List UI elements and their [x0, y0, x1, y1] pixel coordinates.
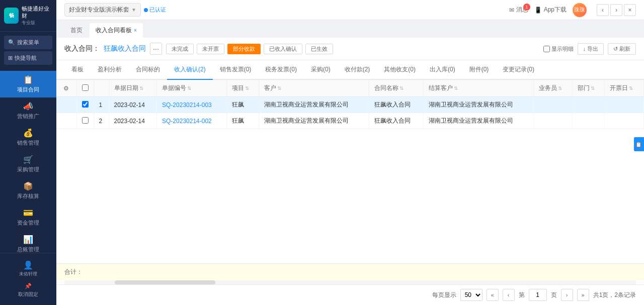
show-detail-checkbox[interactable]	[543, 46, 550, 52]
nav-close-button[interactable]: ×	[624, 4, 636, 16]
col-header-salesperson[interactable]: 业务员⇅	[533, 80, 573, 97]
row-checkbox-2[interactable]	[76, 113, 94, 129]
tab-tax-invoice[interactable]: 税务发票(0)	[258, 60, 304, 79]
first-page-button[interactable]: «	[487, 289, 499, 301]
table-row[interactable]: 2 2023-02-14 SQ-20230214-002 狂飙 湖南卫视商业运营…	[56, 113, 644, 129]
status-not-invoiced[interactable]: 未开票	[197, 44, 224, 54]
row-customer-1: 湖南卫视商业运营发展有限公司	[259, 97, 369, 113]
sales-icon: 💰	[23, 128, 33, 138]
sidebar-item-marketing[interactable]: 📣 营销推广	[0, 97, 56, 124]
quick-nav-button[interactable]: ⊞ 快捷导航	[4, 51, 52, 65]
tab-income-contract[interactable]: 收入合同看板 ×	[90, 23, 143, 38]
sidebar-item-purchase[interactable]: 🛒 采购管理	[0, 151, 56, 177]
row-customer-2: 湖南卫视商业运营发展有限公司	[259, 113, 369, 129]
row-project-2: 狂飙	[226, 113, 259, 129]
row-docno-2[interactable]: SQ-20230214-002	[157, 113, 227, 129]
sort-contract-icon: ⇅	[399, 85, 404, 91]
main-area: 好业财专业版演示帐套 ▼ 已认证 ✉ 消息 1 📱 App下载 珠珠 ‹	[56, 0, 644, 305]
col-header-open-date[interactable]: 开票日⇅	[605, 80, 644, 97]
status-not-complete[interactable]: 未完成	[166, 44, 194, 54]
tab-income-confirm[interactable]: 收入确认(2)	[167, 60, 213, 79]
col-header-project[interactable]: 项目⇅	[226, 80, 259, 97]
pin-icon: 📌	[25, 283, 32, 289]
sidebar-item-general-ledger[interactable]: 📊 总账管理	[0, 231, 56, 253]
col-header-docno[interactable]: 单据编号⇅	[157, 80, 227, 97]
col-header-contract-name[interactable]: 合同名称⇅	[369, 80, 423, 97]
last-page-button[interactable]: »	[577, 289, 589, 301]
next-page-button[interactable]: ›	[561, 289, 573, 301]
refresh-icon: ↺	[613, 46, 618, 52]
sidebar-footer: 👤 未佑轩理 📌 取消固定	[0, 253, 56, 305]
doc-link-2[interactable]: SQ-20230214-002	[162, 118, 212, 125]
tab-kanban[interactable]: 看板	[64, 60, 91, 79]
col-header-settlement[interactable]: 结算客户⇅	[423, 80, 533, 97]
download-icon: 📱	[534, 7, 542, 14]
col-header-date[interactable]: 单据日期⇅	[109, 80, 157, 97]
tab-contract-std[interactable]: 合同标的	[129, 60, 167, 79]
tab-warehouse[interactable]: 出入库(0)	[423, 60, 462, 79]
status-confirmed[interactable]: 已收入确认	[264, 44, 302, 54]
tab-attachments[interactable]: 附件(0)	[462, 60, 496, 79]
row-docno-1[interactable]: SQ-20230214-003	[157, 97, 227, 113]
row-contract-name-1: 狂飙收入合同	[369, 97, 423, 113]
sort-date-icon: ⇅	[139, 85, 143, 91]
sort-docno-icon: ⇅	[187, 85, 191, 91]
sort-dept-icon: ⇅	[591, 85, 595, 91]
data-table: ⚙ 单据日期⇅ 单据编号⇅ 项目⇅ 客户⇅ 合同名称⇅ 结算客户⇅ 业务员⇅ 部…	[56, 80, 644, 129]
status-effective[interactable]: 已生效	[305, 44, 333, 54]
tab-purchase[interactable]: 采购(0)	[304, 60, 338, 79]
user-avatar[interactable]: 珠珠	[573, 3, 587, 17]
page-size-select[interactable]: 50	[460, 289, 482, 301]
refresh-button[interactable]: ↺ 刷新	[608, 43, 636, 55]
col-header-dept[interactable]: 部门⇅	[573, 80, 605, 97]
col-header-checkbox[interactable]	[76, 80, 94, 97]
tab-payment[interactable]: 收付款(2)	[338, 60, 377, 79]
general-ledger-icon: 📊	[23, 235, 33, 244]
total-info: 共1页，2条记录	[593, 291, 636, 299]
col-header-num	[94, 80, 109, 97]
prev-page-button[interactable]: ‹	[503, 289, 515, 301]
search-menu-button[interactable]: 🔍 搜索菜单	[4, 36, 52, 49]
company-selector[interactable]: 好业财专业版演示帐套 ▼	[64, 3, 141, 17]
sidebar-item-funds[interactable]: 💳 资金管理	[0, 204, 56, 231]
tab-profit[interactable]: 盈利分析	[91, 60, 129, 79]
table-header: ⚙ 单据日期⇅ 单据编号⇅ 项目⇅ 客户⇅ 合同名称⇅ 结算客户⇅ 业务员⇅ 部…	[56, 80, 644, 97]
app-download-button[interactable]: 📱 App下载	[534, 6, 567, 14]
sidebar-logo: 畅 畅捷通好业财 专业版	[0, 0, 56, 32]
status-partial-collected[interactable]: 部分收款	[227, 44, 261, 54]
table-row[interactable]: 1 2023-02-14 SQ-20230214-003 狂飙 湖南卫视商业运营…	[56, 97, 644, 113]
scrollbar-thumb[interactable]	[115, 280, 215, 284]
pagination: 每页显示 50 « ‹ 第 页 › » 共1页，2条记录	[56, 284, 644, 305]
contract-title-name: 狂飙收入合同	[104, 44, 146, 53]
nav-prev-button[interactable]: ‹	[597, 4, 609, 16]
sidebar-item-project[interactable]: 📋 项目合同	[0, 71, 56, 97]
tab-other-income[interactable]: 其他收支(0)	[377, 60, 423, 79]
table-body: 1 2023-02-14 SQ-20230214-003 狂飙 湖南卫视商业运营…	[56, 97, 644, 129]
table-container[interactable]: ⚙ 单据日期⇅ 单据编号⇅ 项目⇅ 客户⇅ 合同名称⇅ 结算客户⇅ 业务员⇅ 部…	[56, 80, 644, 263]
contract-title-prefix: 收入合同：	[64, 44, 100, 53]
message-button[interactable]: ✉ 消息 1	[509, 6, 528, 14]
col-header-customer[interactable]: 客户⇅	[259, 80, 369, 97]
side-panel-button[interactable]: 📋	[634, 137, 644, 151]
purchase-icon: 🛒	[23, 155, 33, 164]
tab-home[interactable]: 首页	[64, 23, 89, 38]
page-number-input[interactable]	[529, 289, 547, 301]
sort-project-icon: ⇅	[245, 85, 249, 91]
row-settlement-1: 湖南卫视商业运营发展有限公司	[423, 97, 533, 113]
sidebar-unpin-button[interactable]: 📌 取消固定	[4, 280, 52, 301]
tab-sales-invoice[interactable]: 销售发票(0)	[213, 60, 259, 79]
more-options-button[interactable]: ···	[150, 43, 162, 55]
nav-next-button[interactable]: ›	[610, 4, 622, 16]
sidebar-item-sales[interactable]: 💰 销售管理	[0, 124, 56, 151]
export-button[interactable]: ↓ 导出	[578, 43, 604, 55]
tab-change-log[interactable]: 变更记录(0)	[496, 60, 541, 79]
tab-close-icon[interactable]: ×	[134, 28, 137, 33]
select-all-checkbox[interactable]	[82, 84, 89, 91]
sidebar-footer-user[interactable]: 👤 未佑轩理	[4, 257, 52, 280]
col-header-gear[interactable]: ⚙	[56, 80, 76, 97]
company-name: 好业财专业版演示帐套	[69, 6, 129, 14]
horizontal-scrollbar[interactable]	[64, 280, 636, 284]
row-checkbox-1[interactable]	[76, 97, 94, 113]
doc-link-1[interactable]: SQ-20230214-003	[162, 101, 212, 109]
sidebar-item-inventory[interactable]: 📦 库存核算	[0, 177, 56, 204]
